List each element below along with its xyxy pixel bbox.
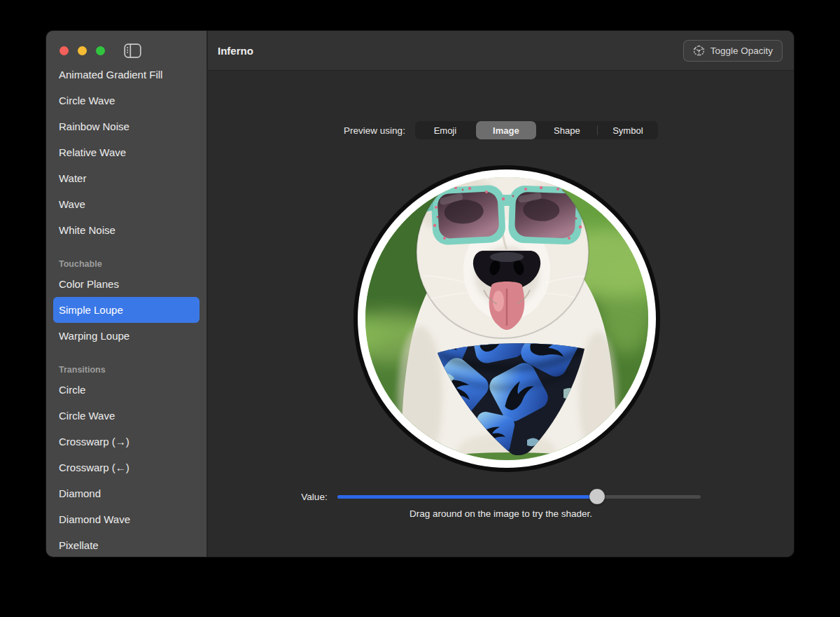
window-title: Inferno [218,45,253,57]
toggle-sidebar-icon[interactable] [124,43,141,58]
sidebar-item-diamond[interactable]: Diamond [53,480,200,506]
sidebar-item-circle-wave-2[interactable]: Circle Wave [53,403,200,429]
sidebar-section-transitions: Transitions [53,360,200,377]
toggle-opacity-button[interactable]: Toggle Opacity [683,40,783,62]
main-area: Preview using: EmojiImageShapeSymbol [208,71,794,557]
segment-emoji[interactable]: Emoji [415,121,475,139]
segment-image[interactable]: Image [476,121,536,139]
value-slider-label: Value: [301,492,327,502]
shader-hint: Drag around on the image to try the shad… [208,508,794,519]
zoom-button[interactable] [96,46,105,55]
segment-symbol[interactable]: Symbol [598,121,658,139]
sidebar-section-touchable: Touchable [53,254,200,271]
preview-using-row: Preview using: EmojiImageShapeSymbol [208,121,794,139]
transparent-cube-icon [693,45,705,57]
sidebar-item-circle-wave[interactable]: Circle Wave [53,88,200,113]
sidebar-item-color-planes[interactable]: Color Planes [53,271,200,297]
value-slider-thumb[interactable] [589,489,605,504]
sidebar: Animated Gradient FillCircle WaveRainbow… [46,31,206,557]
preview-using-label: Preview using: [344,125,405,136]
sidebar-item-animated-gradient-fill[interactable]: Animated Gradient Fill [53,71,200,88]
sidebar-item-warping-loupe[interactable]: Warping Loupe [53,323,200,349]
value-slider-fill [337,495,597,499]
toggle-opacity-label: Toggle Opacity [710,46,773,56]
shader-list: Animated Gradient FillCircle WaveRainbow… [46,71,206,557]
sidebar-item-white-noise[interactable]: White Noise [53,217,200,243]
sidebar-list-inner: Animated Gradient FillCircle WaveRainbow… [53,71,200,557]
dog-loupe-image [354,165,660,472]
value-slider-row: Value: [208,487,794,506]
preview-segmented-control: EmojiImageShapeSymbol [415,121,658,139]
sidebar-item-circle[interactable]: Circle [53,377,200,403]
sidebar-item-crosswarp-2[interactable]: Crosswarp (←) [53,455,200,480]
sidebar-item-relative-wave[interactable]: Relative Wave [53,139,200,165]
content-pane: Inferno Toggle Opacity Preview using: E [208,31,794,557]
minimize-button[interactable] [78,46,87,55]
sidebar-item-water[interactable]: Water [53,165,200,191]
close-button[interactable] [59,46,69,55]
toolbar: Inferno Toggle Opacity [208,31,794,71]
sidebar-item-pixellate[interactable]: Pixellate [53,532,200,557]
sidebar-item-diamond-wave[interactable]: Diamond Wave [53,506,200,532]
sidebar-item-simple-loupe[interactable]: Simple Loupe [53,297,200,323]
shader-preview-photo[interactable] [354,165,660,472]
app-window: Animated Gradient FillCircle WaveRainbow… [46,31,794,557]
sidebar-titlebar[interactable] [46,31,206,71]
sidebar-item-crosswarp[interactable]: Crosswarp (→) [53,429,200,455]
segment-shape[interactable]: Shape [537,121,597,139]
sidebar-item-rainbow-noise[interactable]: Rainbow Noise [53,113,200,139]
traffic-lights [59,46,105,55]
value-slider-track[interactable] [337,495,701,499]
sidebar-item-wave[interactable]: Wave [53,191,200,217]
